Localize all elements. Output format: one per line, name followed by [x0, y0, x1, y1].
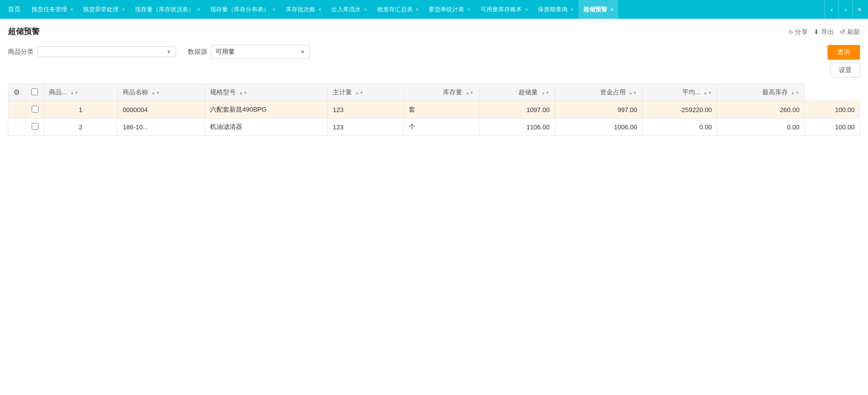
nav-tab-10[interactable]: 超储预警 ×	[578, 0, 618, 19]
nav-tab-label-0: 拣货任务管理	[32, 5, 67, 14]
th-checkbox	[26, 84, 44, 101]
row-checkbox-1[interactable]	[32, 123, 39, 130]
category-select[interactable]: ▼	[38, 46, 176, 57]
row-checkbox-0[interactable]	[32, 106, 39, 113]
nav-tab-close-2[interactable]: ×	[197, 6, 200, 12]
nav-home[interactable]: 首页	[2, 0, 27, 19]
share-button[interactable]: ⎋ 分享	[789, 28, 808, 37]
sort-icon-stock[interactable]: ▲▼	[465, 90, 474, 95]
td-spec-0: 123	[328, 101, 403, 118]
td-product-name-1: 机油滤清器	[205, 118, 328, 136]
sort-icon-spec[interactable]: ▲▼	[239, 90, 248, 95]
th-stock: 库存量 ▲▼	[403, 84, 479, 101]
td-capital-1: 0.00	[642, 118, 717, 136]
td-unit-0: 套	[403, 101, 479, 118]
nav-tab-1[interactable]: 拣货异常处理 ×	[78, 0, 130, 19]
td-unit-1: 个	[403, 118, 479, 136]
td-max-stock-0: 100.00	[805, 101, 860, 118]
settings-gear-icon[interactable]: ⚙	[13, 88, 20, 96]
export-button[interactable]: ⬇ 导出	[814, 28, 834, 37]
export-icon: ⬇	[814, 28, 819, 36]
nav-tab-close-6[interactable]: ×	[416, 6, 419, 12]
page-title: 超储预警	[8, 27, 40, 37]
th-overstock: 超储量 ▲▼	[479, 84, 555, 101]
td-product-code-1: 186-10...	[118, 118, 205, 136]
nav-arrow-left[interactable]: ‹	[825, 0, 838, 19]
category-label: 商品分类	[8, 47, 34, 56]
nav-tab-close-8[interactable]: ×	[525, 6, 528, 12]
export-label: 导出	[821, 28, 834, 37]
nav-tab-7[interactable]: 要货单统计表 ×	[424, 0, 475, 19]
td-stock-0: 1097.00	[479, 101, 555, 118]
nav-arrow-close[interactable]: ×	[852, 0, 866, 19]
sort-icon-overstock[interactable]: ▲▼	[541, 90, 550, 95]
nav-tab-close-10[interactable]: ×	[610, 6, 613, 12]
filter-buttons: 查询 设置	[827, 45, 860, 78]
refresh-button[interactable]: ↺ 刷新	[840, 28, 860, 37]
nav-tab-close-7[interactable]: ×	[467, 6, 470, 12]
td-overstock-1: 1006.00	[555, 118, 642, 136]
refresh-label: 刷新	[847, 28, 860, 37]
sort-icon-unit[interactable]: ▲▼	[355, 90, 364, 95]
nav-tab-close-9[interactable]: ×	[570, 6, 573, 12]
td-overstock-0: 997.00	[555, 101, 642, 118]
nav-tab-close-5[interactable]: ×	[364, 6, 367, 12]
nav-tab-8[interactable]: 可用量库存账本 ×	[476, 0, 533, 19]
td-product-name-0: 六配套新昌490BPG	[205, 101, 328, 118]
td-product-code-0: 0000004	[118, 101, 205, 118]
td-rownum-0: 1	[44, 101, 118, 118]
datasource-select[interactable]: 可用量 ▼	[211, 45, 310, 59]
nav-tab-close-3[interactable]: ×	[272, 6, 275, 12]
refresh-icon: ↺	[840, 28, 845, 36]
nav-tab-label-5: 出入库流水	[331, 5, 361, 14]
nav-tab-9[interactable]: 保质期查询 ×	[533, 0, 578, 19]
nav-tab-close-1[interactable]: ×	[122, 6, 125, 12]
select-all-checkbox[interactable]	[31, 88, 38, 95]
page-header: 超储预警 ⎋ 分享 ⬇ 导出 ↺ 刷新	[8, 27, 860, 37]
td-checkbox-0	[26, 101, 44, 118]
sort-icon-product-name[interactable]: ▲▼	[151, 90, 160, 95]
nav-tab-close-4[interactable]: ×	[318, 6, 321, 12]
nav-tab-2[interactable]: 现存量（库存状况表） ×	[130, 0, 205, 19]
nav-tab-label-7: 要货单统计表	[429, 5, 464, 14]
td-capital-0: 259220.00	[642, 101, 717, 118]
nav-tab-6[interactable]: 收发存汇总表 ×	[372, 0, 424, 19]
nav-tab-label-4: 库存批次账	[286, 5, 315, 14]
th-max-stock: 最高库存 ▲▼	[717, 84, 805, 101]
td-avg-0: 260.00	[717, 101, 805, 118]
datasource-label: 数据源	[188, 47, 207, 56]
query-button[interactable]: 查询	[827, 45, 860, 60]
settings-button[interactable]: 设置	[830, 63, 860, 78]
category-chevron-down-icon: ▼	[166, 49, 172, 55]
sort-icon-avg[interactable]: ▲▼	[703, 90, 712, 95]
th-product-name: 商品名称 ▲▼	[118, 84, 205, 101]
nav-tab-label-10: 超储预警	[583, 5, 607, 14]
nav-tab-3[interactable]: 现存量（库存分布表） ×	[205, 0, 280, 19]
td-avg-1: 0.00	[717, 118, 805, 136]
datasource-chevron-down-icon: ▼	[300, 49, 305, 55]
sort-icon-product-code[interactable]: ▲▼	[70, 90, 79, 95]
td-spec-1: 123	[328, 118, 403, 136]
page-content: 超储预警 ⎋ 分享 ⬇ 导出 ↺ 刷新 商品分类 ▼	[0, 19, 868, 395]
share-label: 分享	[795, 28, 808, 37]
nav-tab-label-8: 可用量库存账本	[480, 5, 522, 14]
nav-tab-4[interactable]: 库存批次账 ×	[281, 0, 326, 19]
th-spec: 规格型号 ▲▼	[205, 84, 328, 101]
nav-tab-label-9: 保质期查询	[538, 5, 567, 14]
th-unit: 主计量 ▲▼	[328, 84, 403, 101]
top-nav: 首页 拣货任务管理 × 拣货异常处理 × 现存量（库存状况表） × 现存量（库存…	[0, 0, 868, 19]
td-row-settings-1	[8, 118, 26, 136]
nav-tab-close-0[interactable]: ×	[70, 6, 73, 12]
th-capital: 资金占用 ▲▼	[555, 84, 642, 101]
td-row-settings-0	[8, 101, 26, 118]
nav-arrow-right[interactable]: ›	[838, 0, 852, 19]
sort-icon-max-stock[interactable]: ▲▼	[791, 90, 800, 95]
nav-tab-0[interactable]: 拣货任务管理 ×	[27, 0, 78, 19]
sort-icon-capital[interactable]: ▲▼	[628, 90, 637, 95]
th-avg: 平均... ▲▼	[642, 84, 717, 101]
nav-tab-5[interactable]: 出入库流水 ×	[326, 0, 372, 19]
category-filter: 商品分类 ▼	[8, 46, 176, 57]
th-settings: ⚙	[8, 84, 26, 101]
nav-tab-label-6: 收发存汇总表	[377, 5, 413, 14]
datasource-filter: 数据源 可用量 ▼	[188, 45, 310, 59]
